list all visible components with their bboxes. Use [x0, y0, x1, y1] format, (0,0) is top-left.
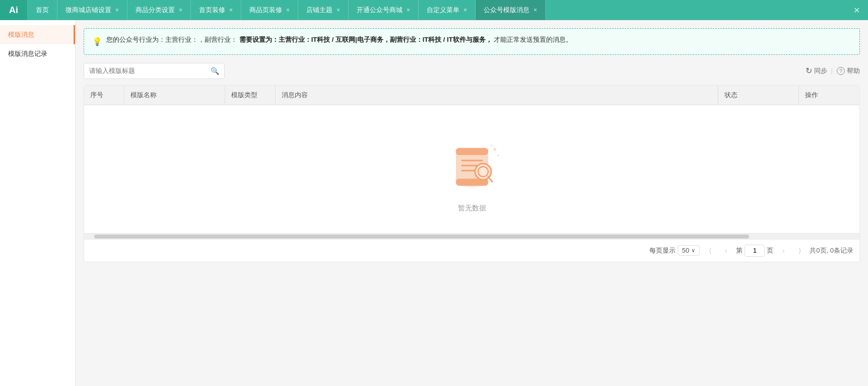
empty-state: 暂无数据: [84, 105, 859, 233]
divider: |: [831, 67, 833, 74]
svg-point-11: [497, 155, 499, 157]
sidebar: 模版消息 模版消息记录: [0, 20, 76, 386]
next-page-icon: ›: [782, 247, 785, 255]
close-product-page-decor-icon[interactable]: ×: [286, 7, 290, 14]
notice-highlight: 需要设置为：主营行业：IT科技 / 互联网|电子商务，副营行业：IT科技 / I…: [239, 36, 492, 43]
th-status: 状态: [718, 86, 799, 105]
empty-text: 暂无数据: [458, 204, 486, 213]
notice-box: 💡 您的公众号行业为：主营行业：，副营行业： 需要设置为：主营行业：IT科技 /…: [84, 28, 860, 55]
svg-line-9: [488, 177, 492, 182]
search-bar: 🔍 ↻ 同步 | ? 帮助: [84, 63, 860, 79]
page-label-post: 页: [767, 246, 773, 255]
content-area: 💡 您的公众号行业为：主营行业：，副营行业： 需要设置为：主营行业：IT科技 /…: [76, 20, 868, 386]
help-button[interactable]: ? 帮助: [837, 66, 860, 75]
sync-icon: ↻: [806, 66, 812, 75]
nav-tab-open-mall-label: 开通公众号商城: [357, 6, 403, 15]
close-shop-settings-icon[interactable]: ×: [115, 7, 119, 14]
search-input-wrap[interactable]: 🔍: [84, 63, 225, 79]
close-product-category-icon[interactable]: ×: [179, 7, 182, 14]
pagination-bar: 每页显示 50 ∨ ⟨ ‹ 第 页: [84, 239, 859, 262]
notice-text: 您的公众号行业为：主营行业：，副营行业： 需要设置为：主营行业：IT科技 / 互…: [106, 35, 572, 45]
app-logo: Ai: [0, 0, 28, 20]
page-input-wrap: 第 页: [736, 245, 773, 257]
main-layout: 模版消息 模版消息记录 💡 您的公众号行业为：主营行业：，副营行业： 需要设置为…: [0, 20, 868, 386]
nav-tab-product-category[interactable]: 商品分类设置 ×: [127, 0, 191, 20]
close-template-msg-icon[interactable]: ×: [533, 7, 537, 14]
first-page-icon: ⟨: [709, 247, 711, 255]
sync-label: 同步: [814, 66, 827, 75]
scrollbar-thumb[interactable]: [94, 235, 749, 239]
nav-tab-custom-menu[interactable]: 自定义菜单 ×: [419, 0, 476, 20]
next-page-button[interactable]: ›: [777, 245, 789, 257]
nav-tab-homepage-decor[interactable]: 首页装修 ×: [191, 0, 241, 20]
prev-page-button[interactable]: ‹: [720, 245, 732, 257]
table-wrap: 序号 模版名称 模版类型 消息内容 状态 操作: [84, 85, 860, 262]
help-icon: ?: [837, 67, 845, 75]
close-open-mall-icon[interactable]: ×: [407, 7, 410, 14]
help-label: 帮助: [847, 66, 860, 75]
page-size-label: 每页显示: [649, 246, 676, 255]
sidebar-item-template-msg-log-label: 模版消息记录: [8, 50, 47, 57]
total-info: 共0页, 0条记录: [810, 246, 853, 255]
sidebar-item-template-msg-log[interactable]: 模版消息记录: [0, 44, 75, 63]
th-name: 模版名称: [124, 86, 225, 105]
page-number-input[interactable]: [745, 245, 765, 257]
th-type: 模版类型: [225, 86, 276, 105]
empty-state-icon: [442, 135, 502, 196]
close-custom-menu-icon[interactable]: ×: [463, 7, 467, 14]
search-icon[interactable]: 🔍: [211, 67, 219, 75]
last-page-icon: ⟩: [798, 247, 801, 255]
svg-point-10: [493, 148, 496, 151]
chevron-down-icon: ∨: [691, 247, 695, 254]
page-label-pre: 第: [736, 246, 743, 255]
nav-tab-home[interactable]: 首页: [28, 0, 57, 20]
sync-button[interactable]: ↻ 同步: [806, 66, 827, 75]
nav-tab-product-page-decor[interactable]: 商品页装修 ×: [241, 0, 298, 20]
horizontal-scrollbar[interactable]: [84, 233, 859, 239]
page-size-dropdown[interactable]: 50 ∨: [678, 245, 700, 256]
search-right-actions: ↻ 同步 | ? 帮助: [806, 66, 860, 75]
close-shop-theme-icon[interactable]: ×: [337, 7, 340, 14]
nav-tab-shop-theme[interactable]: 店铺主题 ×: [298, 0, 349, 20]
sidebar-item-template-msg[interactable]: 模版消息: [0, 25, 75, 44]
close-all-button[interactable]: ✕: [845, 6, 868, 15]
nav-tab-template-msg[interactable]: 公众号模版消息 ×: [476, 0, 546, 20]
first-page-button[interactable]: ⟨: [704, 245, 716, 257]
nav-tab-shop-settings[interactable]: 微商城店铺设置 ×: [57, 0, 127, 20]
th-seq: 序号: [84, 86, 124, 105]
prev-page-icon: ‹: [725, 247, 727, 255]
page-size-value: 50: [682, 247, 689, 254]
nav-tab-home-label: 首页: [36, 6, 49, 15]
nav-tab-product-category-label: 商品分类设置: [136, 6, 175, 15]
nav-tab-product-page-decor-label: 商品页装修: [249, 6, 282, 15]
last-page-button[interactable]: ⟩: [793, 245, 806, 257]
close-homepage-decor-icon[interactable]: ×: [229, 7, 233, 14]
nav-tab-homepage-decor-label: 首页装修: [199, 6, 225, 15]
nav-tab-shop-theme-label: 店铺主题: [306, 6, 332, 15]
svg-point-12: [490, 144, 492, 146]
sidebar-item-template-msg-label: 模版消息: [8, 31, 34, 38]
th-action: 操作: [799, 86, 859, 105]
th-content: 消息内容: [276, 86, 718, 105]
nav-tab-template-msg-label: 公众号模版消息: [484, 6, 529, 15]
notice-icon: 💡: [92, 35, 102, 48]
nav-tab-open-mall[interactable]: 开通公众号商城 ×: [349, 0, 419, 20]
nav-tab-custom-menu-label: 自定义菜单: [427, 6, 459, 15]
page-size-select: 每页显示 50 ∨: [649, 245, 700, 256]
table-header: 序号 模版名称 模版类型 消息内容 状态 操作: [84, 86, 859, 105]
top-nav: Ai 首页 微商城店铺设置 × 商品分类设置 × 首页装修 × 商品页装修 × …: [0, 0, 868, 20]
svg-rect-2: [456, 148, 488, 155]
nav-tab-shop-settings-label: 微商城店铺设置: [65, 6, 111, 15]
search-input[interactable]: [89, 67, 211, 74]
